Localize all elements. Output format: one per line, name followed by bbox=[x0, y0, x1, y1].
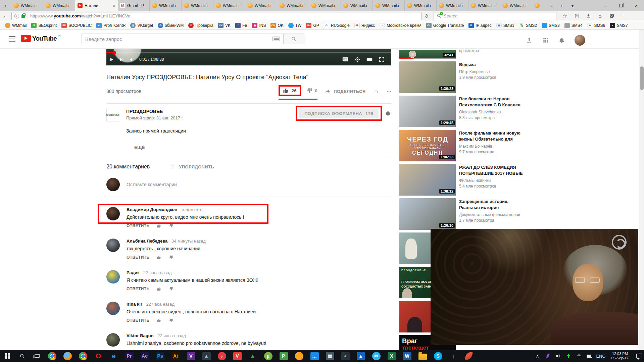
related-video[interactable]: ЧЕРЕЗ ГОДВЫ БУДЕТЕ ЖАЛЕТЬ,ЧТО НЕ НАЧАЛИС… bbox=[399, 130, 527, 161]
related-video[interactable]: 1:29:45 Все болезни от Нервов Психосомат… bbox=[399, 96, 527, 127]
taskbar-app[interactable] bbox=[291, 350, 307, 362]
tab-close-icon[interactable]: × bbox=[112, 3, 115, 8]
channel-name[interactable]: ПРОЗДОРОВЬЕ bbox=[126, 109, 184, 114]
comment-dislike-icon[interactable] bbox=[169, 318, 174, 323]
related-video-thumbnail[interactable]: 1:38:12 bbox=[399, 164, 456, 196]
taskbar-app[interactable]: Ps bbox=[152, 350, 168, 362]
browser-tab[interactable]: WMmail.ru bbox=[277, 0, 309, 11]
browser-tab[interactable]: WMmail.ru bbox=[437, 0, 468, 11]
taskbar-app[interactable]: ▲ bbox=[353, 350, 368, 362]
bookmark-item[interactable]: f FB bbox=[234, 22, 249, 29]
taskbar-app[interactable]: V bbox=[183, 350, 199, 362]
related-video-title[interactable]: Все болезни от Нервов Психосоматика С В … bbox=[459, 96, 527, 108]
tray-volume-icon[interactable] bbox=[554, 353, 562, 359]
tray-wifi-icon[interactable] bbox=[575, 354, 583, 358]
user-avatar[interactable] bbox=[575, 35, 585, 46]
add-to-playlist-icon[interactable] bbox=[373, 89, 380, 94]
related-video[interactable]: 1:38:12 РЖАЛ ДО СЛЁЗ КОМЕДИЯ ПОТЕРПЕВШИЕ… bbox=[399, 164, 527, 196]
comment-composer[interactable]: Оставьте комментарий bbox=[106, 178, 391, 197]
taskbar-app[interactable] bbox=[415, 350, 430, 362]
subtitles-icon[interactable] bbox=[340, 55, 350, 63]
bookmark-item[interactable]: SP SOCPUBLIC bbox=[60, 22, 93, 29]
related-video-thumbnail[interactable]: 1:29:45 bbox=[399, 96, 456, 127]
taskbar-app[interactable]: ↓ bbox=[446, 350, 461, 362]
new-tab-button[interactable]: + bbox=[556, 0, 567, 11]
bookmark-item[interactable]: IP IP адрес bbox=[467, 22, 493, 29]
youtube-logo[interactable]: YouTube IN bbox=[21, 35, 61, 42]
comment-like-icon[interactable] bbox=[157, 287, 161, 291]
scrollbar-thumb[interactable] bbox=[640, 66, 644, 90]
bookmark-item[interactable]: G RUGoogle bbox=[322, 22, 351, 29]
taskbar-app[interactable] bbox=[75, 350, 91, 362]
reply-button[interactable]: ОТВЕТИТЬ bbox=[127, 255, 149, 260]
bookmark-item[interactable]: ▪ SMS7 bbox=[608, 22, 630, 29]
browser-tab[interactable]: WMmail.ru bbox=[182, 0, 213, 11]
taskbar-app[interactable]: … bbox=[307, 350, 322, 362]
bookmark-item[interactable]: VK VK bbox=[216, 22, 232, 29]
taskbar-app[interactable]: V bbox=[230, 350, 245, 362]
browser-tab[interactable]: WMmail.ru bbox=[245, 0, 277, 11]
browser-tab[interactable]: WMmail.ru bbox=[43, 0, 75, 11]
browser-tab[interactable]: WMmail.ru bbox=[150, 0, 182, 11]
youtube-search-input[interactable]: Введите запрос bbox=[82, 34, 284, 44]
comment-author[interactable]: Альбина Лебедева bbox=[127, 239, 167, 244]
browser-tab[interactable]: WMmail.ru bbox=[309, 0, 341, 11]
settings-gear-icon[interactable] bbox=[352, 55, 362, 63]
channel-bell-icon[interactable] bbox=[385, 110, 391, 117]
taskbar-app[interactable]: ♪ bbox=[214, 350, 230, 362]
url-bar[interactable]: i https://www.youtube.com/watch?v=1mH1EY… bbox=[11, 12, 422, 20]
library-icon[interactable] bbox=[573, 13, 580, 19]
minimize-button[interactable]: – bbox=[598, 0, 613, 11]
bookmark-item[interactable]: ◉ SMS1 bbox=[495, 22, 516, 29]
taskbar-app[interactable]: Pr bbox=[121, 350, 137, 362]
player-progress-bar[interactable] bbox=[106, 52, 391, 53]
menu-hamburger-icon[interactable]: ≡ bbox=[620, 13, 627, 19]
channel-avatar[interactable]: ПРОЗДОРОВЬЕ bbox=[106, 109, 119, 121]
task-view-button[interactable] bbox=[30, 350, 44, 362]
browser-tab[interactable]: WMmail.ru bbox=[213, 0, 245, 11]
youtube-menu-icon[interactable] bbox=[9, 36, 15, 42]
apps-grid-icon[interactable] bbox=[542, 37, 549, 44]
subscribed-button[interactable]: ПОДПИСКА ОФОРМЛЕНА 176 bbox=[299, 109, 379, 118]
bookmark-item[interactable]: t TW bbox=[287, 22, 303, 29]
related-video[interactable]: 1:26:10 Запрещенная история. Реальная ис… bbox=[399, 198, 527, 230]
youtube-search-button[interactable] bbox=[284, 34, 304, 44]
commenter-avatar[interactable] bbox=[106, 302, 120, 315]
taskbar-app[interactable]: e bbox=[106, 350, 121, 362]
restore-button[interactable] bbox=[613, 0, 629, 11]
taskbar-app[interactable]: W bbox=[399, 350, 415, 362]
browser-tab[interactable]: WMmail.ru bbox=[341, 0, 373, 11]
commenter-avatar[interactable] bbox=[106, 270, 120, 283]
comment-like-icon[interactable] bbox=[157, 255, 161, 260]
browser-tab[interactable]: WMmail.ru bbox=[405, 0, 437, 11]
taskbar-app[interactable]: P bbox=[276, 350, 291, 362]
reply-button[interactable]: ОТВЕТИТЬ bbox=[127, 318, 149, 323]
tray-update-icon[interactable] bbox=[565, 354, 572, 359]
bookmark-item[interactable]: ılı ProfiTCentR bbox=[95, 22, 127, 29]
upload-icon[interactable] bbox=[526, 37, 533, 44]
taskbar-app[interactable]: µ bbox=[260, 350, 276, 362]
more-actions-icon[interactable]: ⋯ bbox=[387, 89, 391, 94]
home-icon[interactable]: ⌂ bbox=[596, 13, 604, 19]
list-all-tabs-icon[interactable]: ▾ bbox=[567, 0, 578, 11]
related-video-thumbnail[interactable]: ЧЕРЕЗ ГОДВЫ БУДЕТЕ ЖАЛЕТЬ,ЧТО НЕ НАЧАЛИС… bbox=[399, 130, 456, 161]
comment-author[interactable]: irina kir bbox=[127, 302, 142, 307]
commenter-avatar[interactable] bbox=[106, 333, 120, 347]
bookmark-item[interactable]: G+ GP bbox=[304, 22, 320, 29]
next-button[interactable] bbox=[116, 55, 127, 63]
bookmark-item[interactable]: © Проверка bbox=[187, 22, 215, 29]
taskbar-app[interactable]: O bbox=[91, 350, 106, 362]
related-video[interactable]: 1:30:23 Ведьма Пётр Коврижных 1,9 млн пр… bbox=[399, 61, 527, 93]
related-video-title[interactable]: После фильма начни новую жизнь! Обязател… bbox=[459, 130, 527, 142]
taskbar-app[interactable]: ▲ bbox=[199, 350, 214, 362]
show-more-button[interactable]: ЕЩЁ bbox=[134, 145, 391, 150]
related-video-thumbnail[interactable]: 1:30:23 bbox=[399, 61, 456, 93]
browser-tab[interactable]: WMmail.ru bbox=[373, 0, 405, 11]
browser-tab[interactable]: Gmail - Pe bbox=[118, 0, 150, 11]
bookmark-item[interactable]: SMS4 bbox=[563, 22, 584, 29]
bookmark-item[interactable]: ◎ VKtarget bbox=[129, 22, 155, 29]
like-button[interactable]: 26 bbox=[279, 85, 301, 96]
close-button[interactable]: × bbox=[629, 0, 644, 11]
related-video-thumbnail-partial[interactable]: 32:41 bbox=[399, 50, 456, 59]
action-center-icon[interactable] bbox=[636, 354, 642, 358]
